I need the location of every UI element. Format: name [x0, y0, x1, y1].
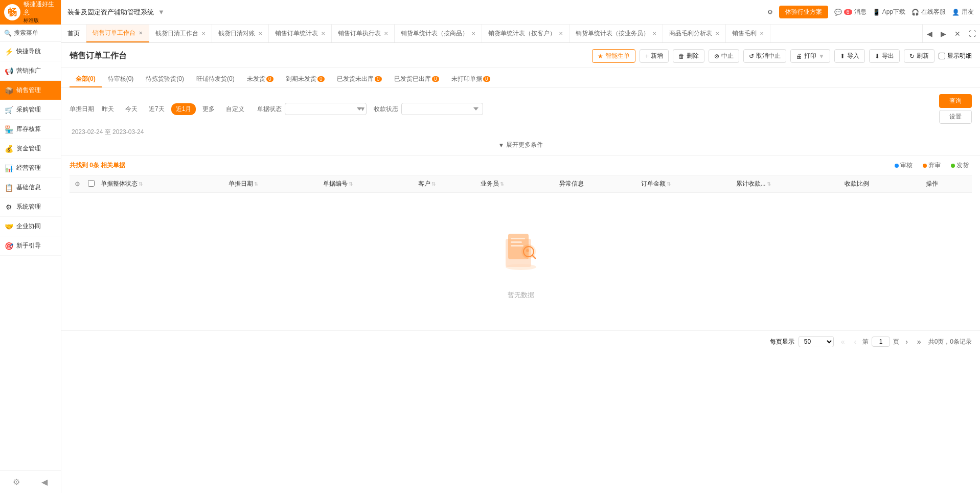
tab-gross-profit[interactable]: 商品毛利分析表 ✕ [663, 25, 726, 42]
tab-sales-revenue-close[interactable]: ✕ [760, 31, 764, 36]
stop-btn[interactable]: ⊗ 中止 [709, 49, 739, 63]
date-btn-custom[interactable]: 自定义 [221, 103, 249, 115]
review-action-btn[interactable]: 审核 [892, 160, 916, 171]
sub-tab-not-printed[interactable]: 未打印单据0 [445, 72, 496, 87]
tab-daily-clear-close[interactable]: ✕ [201, 31, 206, 36]
tab-sales-workbench-close[interactable]: ✕ [139, 30, 143, 36]
industry-solution-btn[interactable]: 体验行业方案 [779, 6, 828, 18]
tab-daily-account[interactable]: 钱货日清对账 ✕ [212, 25, 269, 42]
date-btn-yesterday[interactable]: 昨天 [97, 103, 119, 115]
sort-amount[interactable]: 订单金额⇅ [641, 180, 730, 188]
sidebar-item-enterprise[interactable]: 🤝 企业协同 [0, 217, 61, 236]
ship-action-btn[interactable]: 发货 [948, 160, 972, 171]
tab-sales-workbench[interactable]: 销售订单工作台 ✕ [86, 25, 149, 42]
tab-sales-exec[interactable]: 销售订单执行表 ✕ [332, 25, 395, 42]
tab-daily-clear[interactable]: 钱货日清工作台 ✕ [149, 25, 212, 42]
tab-fullscreen-btn[interactable]: ⛶ [965, 25, 980, 43]
sort-status[interactable]: 单据整体状态⇅ [101, 180, 222, 188]
date-btn-7days[interactable]: 近7天 [144, 103, 169, 115]
page-input[interactable] [872, 337, 890, 347]
sidebar-item-operation[interactable]: 📊 经营管理 [0, 159, 61, 178]
show-detail-label[interactable]: 显示明细 [939, 52, 972, 60]
sidebar-settings-btn[interactable]: ⚙ [4, 475, 29, 489]
print-btn[interactable]: 🖨 打印 ▼ [790, 49, 830, 63]
add-btn[interactable]: + 新增 [640, 49, 669, 63]
delete-btn[interactable]: 🗑 删除 [673, 49, 704, 63]
sort-date[interactable]: 单据日期⇅ [229, 180, 317, 188]
topbar-app-download-btn[interactable]: 📱 App下载 [873, 8, 905, 16]
sort-number[interactable]: 单据编号⇅ [323, 180, 412, 188]
page-next-btn[interactable]: › [902, 337, 911, 347]
sidebar-item-guide[interactable]: 🎯 新手引导 [0, 236, 61, 256]
page-first-btn[interactable]: « [838, 337, 848, 347]
tab-prev-btn[interactable]: ◀ [923, 25, 937, 43]
tab-sales-stats[interactable]: 销售订单统计表 ✕ [269, 25, 332, 42]
payment-filter-select[interactable] [401, 103, 483, 115]
sub-tab-all[interactable]: 全部(0) [70, 72, 102, 87]
sidebar-item-finance[interactable]: 💰 资金管理 [0, 139, 61, 159]
topbar-service-btn[interactable]: 🎧 在线客服 [911, 8, 946, 16]
tab-sales-staff-close[interactable]: ✕ [652, 31, 656, 36]
sidebar-item-inventory[interactable]: 🏪 库存核算 [0, 120, 61, 139]
sub-tab-pending-inspect[interactable]: 待拣货验货(0) [140, 72, 190, 87]
query-btn[interactable]: 查询 [939, 94, 972, 108]
topbar-dropdown-icon[interactable]: ▼ [158, 8, 165, 16]
filter-settings-btn[interactable]: 设置 [939, 110, 972, 124]
topbar-user-btn[interactable]: 👤 用友 [952, 8, 974, 16]
topbar-message-btn[interactable]: 💬 6 消息 [834, 8, 867, 16]
svg-rect-3 [511, 238, 525, 239]
sidebar-search[interactable]: 🔍 搜索菜单 [0, 25, 61, 42]
sidebar-item-purchase[interactable]: 🛒 采购管理 [0, 100, 61, 120]
tab-sales-exec-close[interactable]: ✕ [384, 31, 388, 36]
sub-tab-shipped-not-out[interactable]: 已发货未出库0 [331, 72, 388, 87]
date-btn-more[interactable]: 更多 [198, 103, 219, 115]
tab-close-all-btn[interactable]: ✕ [950, 25, 965, 43]
sidebar-item-sales[interactable]: 📦 销售管理 [0, 81, 61, 100]
cancel-stop-btn[interactable]: ↺ 取消中止 [743, 49, 786, 63]
tab-daily-account-close[interactable]: ✕ [258, 31, 262, 36]
tab-next-btn[interactable]: ▶ [937, 25, 950, 43]
sub-tab-pending-review[interactable]: 待审核(0) [102, 72, 140, 87]
search-icon: 🔍 [4, 30, 12, 37]
sidebar-collapse-btn[interactable]: ◀ [33, 475, 57, 489]
sub-tab-not-shipped[interactable]: 未发货0 [241, 72, 280, 87]
import-btn[interactable]: ⬆ 导入 [834, 49, 865, 63]
sidebar-item-quick-nav[interactable]: ⚡ 快捷导航 [0, 42, 61, 61]
tab-sales-product-close[interactable]: ✕ [471, 31, 475, 36]
tab-sales-stats-close[interactable]: ✕ [321, 31, 325, 36]
page-size-select[interactable]: 20 50 100 [799, 336, 834, 347]
sub-tab-wangpu-ship[interactable]: 旺铺待发货(0) [190, 72, 241, 87]
date-btn-today[interactable]: 今天 [121, 103, 142, 115]
tab-sales-revenue[interactable]: 销售毛利 ✕ [726, 25, 770, 42]
sort-received[interactable]: 累计收款...⇅ [736, 180, 838, 188]
sub-tab-shipped-out[interactable]: 已发货已出库0 [388, 72, 445, 87]
sort-staff[interactable]: 业务员⇅ [481, 180, 553, 188]
smart-gen-btn[interactable]: ★ 智能生单 [592, 49, 635, 63]
select-all-checkbox[interactable] [88, 180, 95, 187]
status-filter-select[interactable] [285, 103, 367, 115]
tab-sales-staff[interactable]: 销货单统计表（按业务员） ✕ [569, 25, 663, 42]
sidebar-item-system[interactable]: ⚙ 系统管理 [0, 197, 61, 217]
col-received: 累计收款...⇅ [733, 175, 841, 193]
sort-customer[interactable]: 客户⇅ [418, 180, 474, 188]
topbar-settings-btn[interactable]: ⚙ [767, 9, 773, 16]
tab-home[interactable]: 首页 [61, 25, 86, 42]
expired-not-shipped-badge: 0 [317, 76, 325, 82]
refresh-btn[interactable]: ↻ 刷新 [904, 49, 935, 63]
sub-tab-expired-not-shipped[interactable]: 到期未发货0 [280, 72, 331, 87]
tab-sales-customer-close[interactable]: ✕ [559, 31, 563, 36]
page-prev-btn[interactable]: ‹ [851, 337, 860, 347]
export-btn[interactable]: ⬇ 导出 [869, 49, 900, 63]
date-btn-1month[interactable]: 近1月 [171, 103, 196, 115]
tab-sales-customer[interactable]: 销货单统计表（按客户） ✕ [482, 25, 569, 42]
sidebar-item-marketing[interactable]: 📢 营销推广 [0, 61, 61, 81]
tab-sales-product[interactable]: 销货单统计表（按商品） ✕ [395, 25, 482, 42]
tab-gross-profit-close[interactable]: ✕ [715, 31, 719, 36]
page-last-btn[interactable]: » [914, 337, 924, 347]
sidebar-item-basic[interactable]: 📋 基础信息 [0, 178, 61, 197]
shipped-not-out-badge: 0 [375, 76, 382, 82]
cancel-review-action-btn[interactable]: 弃审 [920, 160, 944, 171]
col-settings[interactable]: ⚙ [70, 175, 85, 193]
show-detail-checkbox[interactable] [939, 53, 945, 59]
expand-filter-btn[interactable]: ▼ 展开更多条件 [498, 141, 543, 149]
